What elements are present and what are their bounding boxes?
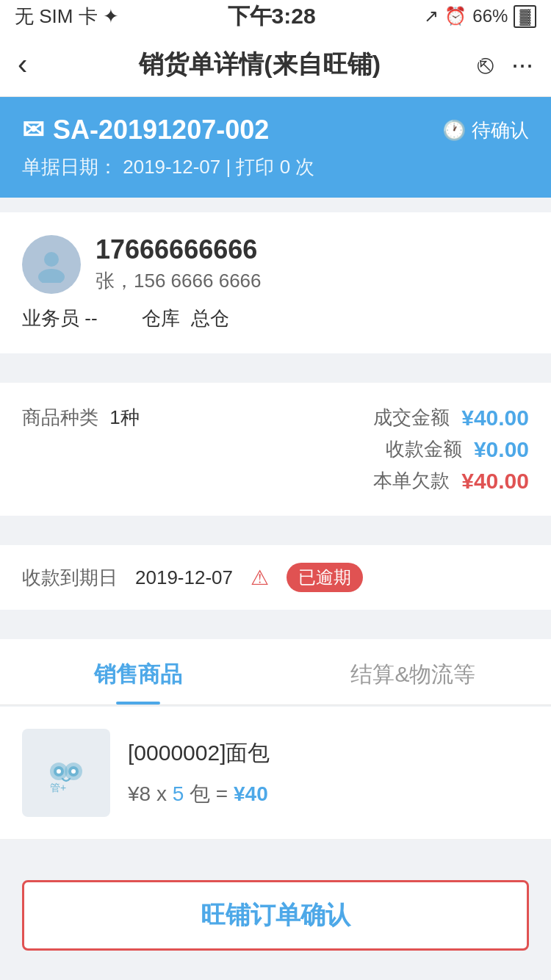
product-list: 管+ [0000002]面包 ¥8 x 5 包 = ¥40 <box>0 707 551 840</box>
confirm-button[interactable]: 旺铺订单确认 <box>22 880 529 951</box>
customer-meta: 业务员 -- 仓库 总仓 <box>22 306 529 331</box>
battery-status: 66% <box>472 6 508 26</box>
svg-point-1 <box>38 269 65 283</box>
outstanding-amount: 本单欠款 ¥40.00 <box>373 468 529 494</box>
bottom-bar: 旺铺订单确认 <box>0 865 551 980</box>
order-icon: ✉ <box>22 115 44 145</box>
tabs: 销售商品 结算&物流等 <box>0 639 551 705</box>
salesperson-field: 业务员 -- <box>22 306 98 331</box>
order-date: 单据日期： 2019-12-07 | 打印 0 次 <box>22 154 529 180</box>
warning-icon: ⚠ <box>251 566 269 590</box>
product-image: 管+ <box>22 729 110 817</box>
customer-phone: 17666666666 <box>96 234 262 265</box>
nav-bar: ‹ 销货单详情(来自旺铺) ⎋ ··· <box>0 32 551 97</box>
order-header: ✉ SA-20191207-002 🕐 待确认 单据日期： 2019-12-07… <box>0 97 551 198</box>
battery-icon: ▓ <box>514 5 536 28</box>
back-button[interactable]: ‹ <box>18 48 27 81</box>
divider-3 <box>0 610 551 624</box>
product-type-row: 商品种类 1种 <box>22 405 140 430</box>
status-left: 无 SIM 卡 ✦ <box>15 4 119 29</box>
divider-2 <box>0 516 551 530</box>
nav-actions: ⎋ ··· <box>478 49 533 80</box>
order-status: 🕐 待确认 <box>442 118 529 143</box>
payment-amount: 收款金额 ¥0.00 <box>386 436 529 462</box>
product-price: ¥8 x 5 包 = ¥40 <box>128 780 529 808</box>
status-bar: 无 SIM 卡 ✦ 下午3:28 ↗ ⏰ 66% ▓ <box>0 0 551 32</box>
summary-card: 商品种类 1种 成交金额 ¥40.00 收款金额 ¥0.00 本单欠款 ¥40.… <box>0 383 551 516</box>
product-details: [0000002]面包 ¥8 x 5 包 = ¥40 <box>128 738 529 808</box>
svg-point-0 <box>44 252 59 267</box>
location-icon: ↗ <box>424 6 439 26</box>
svg-text:管+: 管+ <box>50 782 66 793</box>
more-icon[interactable]: ··· <box>511 49 533 80</box>
sim-status: 无 SIM 卡 ✦ <box>15 4 119 29</box>
status-right: ↗ ⏰ 66% ▓ <box>424 5 536 28</box>
alarm-icon: ⏰ <box>444 6 467 26</box>
page-title: 销货单详情(来自旺铺) <box>42 48 478 82</box>
customer-name: 张，156 6666 6666 <box>96 268 262 294</box>
customer-card: 17666666666 张，156 6666 6666 业务员 -- 仓库 总仓 <box>0 212 551 353</box>
customer-avatar <box>22 235 81 294</box>
product-item: 管+ [0000002]面包 ¥8 x 5 包 = ¥40 <box>0 707 551 840</box>
due-date-label: 收款到期日 <box>22 565 118 591</box>
due-date-value: 2019-12-07 <box>135 566 233 589</box>
due-date-card: 收款到期日 2019-12-07 ⚠ 已逾期 <box>0 545 551 610</box>
divider-1 <box>0 353 551 368</box>
summary-left: 商品种类 1种 <box>22 405 140 430</box>
transaction-amount: 成交金额 ¥40.00 <box>373 405 529 430</box>
tab-sales[interactable]: 销售商品 <box>0 639 276 705</box>
clock-icon: 🕐 <box>442 119 466 142</box>
share-icon[interactable]: ⎋ <box>478 49 494 80</box>
overdue-badge: 已逾期 <box>287 563 363 592</box>
status-time: 下午3:28 <box>228 1 316 32</box>
product-name: [0000002]面包 <box>128 738 529 768</box>
warehouse-field: 仓库 总仓 <box>142 306 229 331</box>
svg-point-7 <box>71 769 76 774</box>
svg-point-6 <box>57 769 61 774</box>
summary-right: 成交金额 ¥40.00 收款金额 ¥0.00 本单欠款 ¥40.00 <box>373 405 529 494</box>
order-id: ✉ SA-20191207-002 <box>22 115 269 145</box>
tab-settlement[interactable]: 结算&物流等 <box>276 639 551 705</box>
